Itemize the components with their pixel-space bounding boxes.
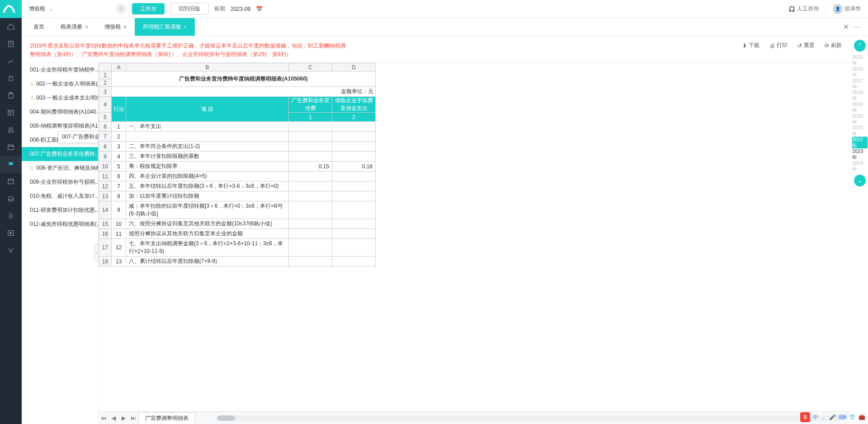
rail-stamp-icon[interactable] (0, 121, 22, 138)
year-button[interactable]: 2018年 (852, 90, 868, 101)
rail-settings-icon[interactable] (0, 207, 22, 224)
cell[interactable] (332, 229, 376, 239)
row-header[interactable]: 14 (99, 201, 112, 219)
row-header[interactable]: 15 (99, 219, 112, 229)
form-list-item[interactable]: 007-广告费和业务宣传费跨... (22, 147, 98, 161)
form-list-item[interactable]: 004-期间费用明细表(A1040... (22, 105, 98, 119)
ime-logo-icon[interactable]: S (800, 412, 810, 422)
rail-bag-icon[interactable] (0, 70, 22, 87)
ime-mic-icon[interactable]: 🎤 (829, 414, 836, 420)
year-scroll-down-icon[interactable]: ⌄ (854, 175, 866, 186)
cell[interactable]: 七、本年支出纳税调整金额(3＞6，本行=2+3-6+10-11；3≤6，本行=2… (126, 239, 289, 257)
cell[interactable]: 8 (112, 191, 126, 201)
head-sub-c[interactable]: 1 (289, 113, 332, 122)
cell[interactable] (289, 239, 332, 257)
spreadsheet-grid[interactable]: A B C D 1广告费和业务宣传费跨年度纳税调整明细表(A105060) 2 … (99, 63, 376, 267)
cell[interactable] (289, 229, 332, 239)
row-header[interactable]: 12 (99, 181, 112, 191)
cell[interactable] (289, 181, 332, 191)
row-header[interactable]: 13 (99, 191, 112, 201)
row-header[interactable]: 9 (99, 152, 112, 162)
year-button[interactable]: 2015年 (852, 54, 868, 66)
cell[interactable]: 二、本年符合条件的支出(1-2) (126, 142, 289, 152)
sheet-nav-prev-icon[interactable]: ◀ (108, 415, 118, 421)
year-button[interactable]: 2016年 (852, 66, 868, 78)
close-icon[interactable]: × (123, 24, 127, 30)
cell[interactable]: 乘：税收规定扣除率 (126, 162, 289, 172)
row-header[interactable]: 16 (99, 229, 112, 239)
rail-archive-icon[interactable] (0, 173, 22, 190)
cell[interactable]: 五、本年结转以后年度扣除额(3＞6，本行=3-6；3≤6，本行=0) (126, 181, 289, 191)
tab-more-icon[interactable]: ⋯ (854, 23, 861, 31)
cell[interactable]: 3 (112, 142, 126, 152)
year-button[interactable]: 2024年 (852, 160, 868, 172)
cell[interactable]: 三、本年计算扣除限额的基数 (126, 152, 289, 162)
form-list-item[interactable]: 001-企业所得税年度纳税申... (22, 63, 98, 77)
cell[interactable]: 7 (112, 181, 126, 191)
cell[interactable]: 加：以前年度累计结转扣除额 (126, 191, 289, 201)
cell[interactable]: 0.18 (332, 162, 376, 172)
year-scroll-up-icon[interactable]: ⌃ (854, 40, 866, 52)
rail-tax-icon[interactable] (0, 156, 22, 173)
cell[interactable] (332, 172, 376, 181)
row-header[interactable]: 18 (99, 257, 112, 267)
cell[interactable] (289, 152, 332, 162)
cell[interactable]: 按照分摊协议从其他关联方归集至本企业的金额 (126, 229, 289, 239)
cell[interactable]: 四、本企业计算的扣除限额(4×5) (126, 172, 289, 181)
cell[interactable] (126, 132, 289, 142)
ime-lang-icon[interactable]: 中 (813, 414, 818, 421)
row-header[interactable]: 7 (99, 132, 112, 142)
row-header[interactable]: 17 (99, 239, 112, 257)
rail-play-icon[interactable] (0, 224, 22, 242)
cell[interactable] (332, 219, 376, 229)
cell[interactable] (332, 142, 376, 152)
row-header[interactable]: 8 (99, 142, 112, 152)
cell[interactable] (332, 132, 376, 142)
year-button[interactable]: 2020年 (852, 113, 868, 125)
form-list-item[interactable]: ⚠003-一般企业成本支出明细... (22, 91, 98, 105)
year-button[interactable]: 2019年 (852, 101, 868, 113)
ime-tshirt-icon[interactable]: 👕 (849, 414, 856, 420)
head-col-d[interactable]: 保险企业手续费及佣金支出 (332, 97, 376, 113)
cell[interactable]: 减：本年扣除的以前年度结转额[3＞6，本行=0；3≤6，本行=8与(6-3)孰小… (126, 201, 289, 219)
calendar-icon[interactable]: 📅 (256, 6, 263, 12)
rail-home-icon[interactable] (0, 18, 22, 35)
cell[interactable]: 一、本年支出 (126, 122, 289, 132)
ime-punct-icon[interactable]: ， (821, 414, 826, 421)
form-list-item[interactable]: ⚠008-资产折旧、摊销及纳税... (22, 161, 98, 175)
cell[interactable] (289, 191, 332, 201)
rail-doc-icon[interactable] (0, 35, 22, 52)
cell[interactable]: 12 (112, 239, 126, 257)
head-sub-d[interactable]: 2 (332, 113, 376, 122)
year-button[interactable]: 2022年 (852, 137, 868, 148)
cell[interactable] (289, 219, 332, 229)
rail-inbox-icon[interactable] (0, 190, 22, 207)
tab-close-all-icon[interactable]: ✕ (843, 23, 849, 31)
rail-table-icon[interactable] (0, 104, 22, 121)
sheet-nav-last-icon[interactable]: ⏭ (128, 415, 138, 421)
cell[interactable]: 八、累计结转以后年度扣除额(7+8-9) (126, 257, 289, 267)
app-logo-icon[interactable] (0, 0, 22, 18)
col-header[interactable]: C (289, 63, 332, 71)
download-button[interactable]: ⬇下载 (742, 42, 760, 49)
form-list-item[interactable]: 011-研发费用加计扣除优惠... (22, 203, 98, 217)
unit-label[interactable]: 金额单位：元 (112, 87, 376, 97)
cell[interactable] (332, 201, 376, 219)
cell[interactable] (289, 201, 332, 219)
sheet-nav-next-icon[interactable]: ▶ (118, 415, 128, 421)
cell[interactable] (332, 239, 376, 257)
refresh-button[interactable]: ⟳刷新 (825, 42, 842, 49)
sheet-tab[interactable]: 广宣费调整明细表 (138, 412, 195, 424)
tab-3[interactable]: 所得税汇算清缴× (135, 18, 195, 36)
user-menu[interactable]: 👤徐泽华 (833, 4, 861, 14)
col-header[interactable]: D (332, 63, 376, 71)
head-row-num[interactable]: 行次 (112, 97, 126, 122)
cell[interactable] (289, 122, 332, 132)
grid-corner[interactable] (99, 63, 112, 71)
tab-0[interactable]: 首页 (25, 18, 52, 36)
head-item[interactable]: 项 目 (126, 97, 289, 122)
rail-v-icon[interactable] (0, 242, 22, 259)
print-button[interactable]: 🖨打印 (769, 42, 788, 49)
cell[interactable] (289, 257, 332, 267)
row-header[interactable]: 11 (99, 172, 112, 181)
